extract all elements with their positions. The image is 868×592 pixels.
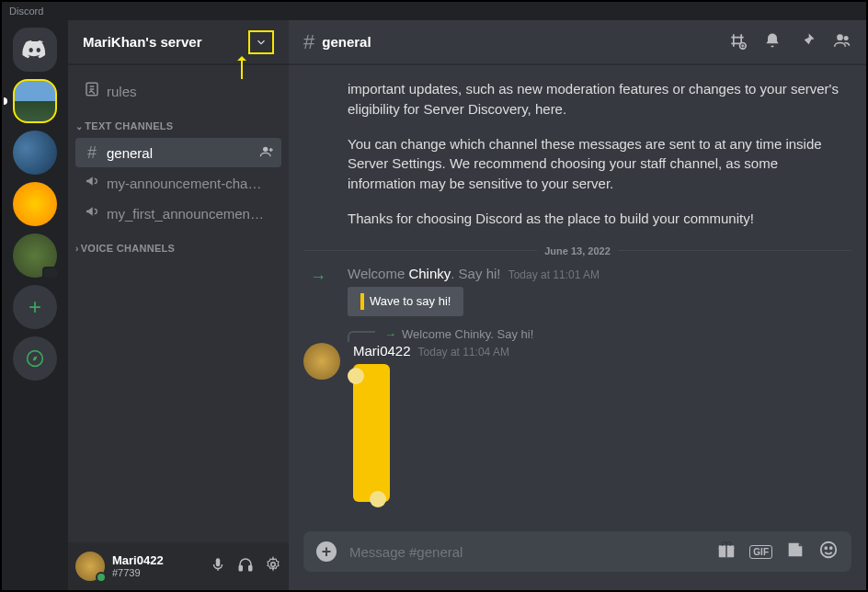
- rules-icon: [83, 81, 101, 102]
- system-paragraph: You can change which channel these messa…: [348, 134, 844, 194]
- category-text[interactable]: ⌄ TEXT CHANNELS: [68, 115, 289, 137]
- sticker-icon: [785, 540, 805, 560]
- message-timestamp: Today at 11:04 AM: [418, 346, 509, 359]
- home-button[interactable]: [13, 28, 57, 72]
- add-server-button[interactable]: +: [13, 285, 57, 329]
- welcome-prefix: Welcome: [348, 266, 408, 281]
- create-invite-icon[interactable]: [259, 144, 274, 162]
- welcome-username[interactable]: Chinky: [408, 266, 451, 281]
- sticker-button[interactable]: [785, 540, 805, 564]
- notifications-button[interactable]: [763, 31, 782, 53]
- hash-icon: #: [303, 30, 314, 54]
- message-composer[interactable]: + Message #general GIF: [303, 531, 851, 572]
- channel-label: general: [107, 145, 153, 161]
- window-titlebar: Discord: [2, 2, 866, 20]
- wave-label: Wave to say hi!: [370, 294, 451, 308]
- svg-rect-3: [216, 558, 221, 566]
- gift-button[interactable]: [716, 540, 737, 564]
- system-paragraph: important updates, such as new moderatio…: [348, 79, 844, 120]
- self-tag: #7739: [112, 567, 202, 578]
- channel-header: # general: [289, 20, 866, 64]
- welcome-message: → Welcome Chinky. Say hi! Today at 11:01…: [303, 266, 851, 316]
- emoji-button[interactable]: [818, 540, 839, 564]
- mute-button[interactable]: [210, 556, 226, 576]
- headphones-icon: [237, 556, 254, 573]
- join-arrow-icon: →: [303, 268, 333, 287]
- channel-announcement-2[interactable]: my_first_announcemen…: [75, 199, 281, 228]
- server-dropdown-button[interactable]: [248, 30, 274, 54]
- server-icon-4[interactable]: [13, 233, 57, 278]
- channel-rules[interactable]: rules: [75, 76, 281, 106]
- composer-placeholder[interactable]: Message #general: [349, 544, 703, 560]
- message-author[interactable]: Mari0422: [353, 343, 411, 359]
- hash-icon: #: [83, 143, 101, 163]
- svg-rect-4: [239, 566, 242, 571]
- channel-sidebar: MariKhan's server rules ⌄ TEXT CHANNELS: [68, 20, 289, 590]
- chevron-right-icon: ›: [75, 244, 79, 254]
- server-icon-1[interactable]: [13, 79, 57, 123]
- message-avatar[interactable]: [303, 343, 340, 380]
- annotation-arrow: [241, 57, 243, 79]
- members-icon: [833, 31, 851, 50]
- chevron-down-icon: ⌄: [75, 121, 83, 131]
- main-area: # general important updates, such as new…: [289, 20, 866, 590]
- server-icon-3[interactable]: [13, 182, 57, 226]
- channel-general[interactable]: # general: [75, 138, 281, 167]
- event-badge: [42, 267, 59, 279]
- category-voice[interactable]: › VOICE CHANNELS: [68, 237, 289, 259]
- server-rail: +: [2, 20, 68, 590]
- channel-title: general: [322, 34, 371, 50]
- members-button[interactable]: [833, 31, 851, 53]
- reply-reference[interactable]: → Welcome Chinky. Say hi!: [348, 327, 851, 341]
- bell-icon: [763, 31, 782, 50]
- reply-text: Welcome Chinky. Say hi!: [402, 327, 533, 341]
- wave-icon: [360, 293, 364, 310]
- pin-icon: [798, 31, 817, 50]
- gif-button[interactable]: GIF: [749, 545, 772, 559]
- wave-button[interactable]: Wave to say hi!: [348, 287, 463, 316]
- welcome-timestamp: Today at 11:01 AM: [508, 268, 600, 281]
- explore-button[interactable]: [13, 336, 57, 381]
- server-name: MariKhan's server: [83, 34, 201, 50]
- threads-button[interactable]: [728, 31, 747, 53]
- divider-date: June 13, 2022: [537, 245, 618, 256]
- channel-announcement-1[interactable]: my-announcement-cha…: [75, 168, 281, 198]
- svg-point-8: [837, 34, 843, 40]
- self-avatar[interactable]: [75, 552, 105, 581]
- category-label: TEXT CHANNELS: [85, 120, 173, 131]
- attach-button[interactable]: +: [316, 541, 337, 562]
- svg-point-2: [263, 146, 268, 151]
- svg-point-13: [825, 547, 827, 549]
- discord-icon: [22, 40, 48, 59]
- deafen-button[interactable]: [237, 556, 254, 576]
- channel-label: rules: [107, 84, 137, 99]
- svg-rect-5: [249, 566, 252, 571]
- emoji-icon: [818, 540, 839, 560]
- svg-point-9: [844, 36, 849, 40]
- svg-point-14: [830, 547, 832, 549]
- compass-icon: [26, 349, 44, 368]
- gear-icon: [265, 556, 281, 573]
- message-list: important updates, such as new moderatio…: [289, 64, 866, 531]
- self-username: Mari0422: [112, 554, 202, 567]
- system-paragraph: Thanks for choosing Discord as the place…: [348, 209, 844, 229]
- channel-label: my_first_announcemen…: [107, 206, 264, 222]
- megaphone-icon: [83, 204, 101, 223]
- server-header[interactable]: MariKhan's server: [68, 20, 289, 64]
- user-panel: Mari0422 #7739: [68, 542, 289, 590]
- channel-label: my-announcement-cha…: [107, 176, 261, 191]
- join-arrow-icon: →: [384, 327, 396, 341]
- pinned-button[interactable]: [798, 31, 817, 53]
- threads-icon: [728, 31, 747, 50]
- message-row: Mari0422 Today at 11:04 AM: [303, 343, 851, 502]
- server-icon-2[interactable]: [13, 131, 57, 175]
- megaphone-icon: [83, 174, 101, 193]
- welcome-suffix: . Say hi!: [451, 266, 500, 281]
- settings-button[interactable]: [265, 556, 281, 576]
- date-divider: June 13, 2022: [303, 245, 851, 256]
- status-online: [96, 572, 107, 583]
- mic-icon: [210, 556, 226, 573]
- svg-point-12: [821, 542, 837, 558]
- chevron-down-icon: [255, 36, 268, 49]
- sticker-image[interactable]: [353, 364, 390, 502]
